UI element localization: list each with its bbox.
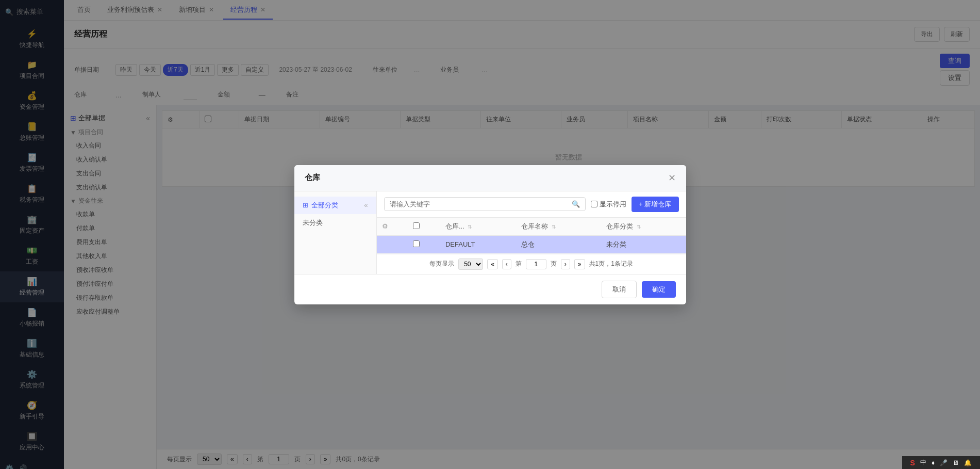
- modal-th-settings[interactable]: ⚙: [377, 218, 408, 236]
- add-warehouse-button[interactable]: + 新增仓库: [632, 197, 678, 212]
- modal-next-page-btn[interactable]: ›: [561, 259, 570, 269]
- modal-footer: 取消 确定: [294, 274, 686, 304]
- search-icon2: 🔍: [572, 200, 580, 208]
- modal-table-area: ⚙ 仓库... ⇅ 仓库名称: [377, 218, 686, 254]
- show-disabled-label: 显示停用: [600, 200, 626, 209]
- warehouse-modal: 仓库 ✕ ⊞ 全部分类 « 未分类 🔍: [294, 165, 686, 304]
- modal-page-size-label: 每页显示: [429, 260, 454, 268]
- modal-page-size-select[interactable]: 50: [458, 258, 483, 270]
- sort-icon-code: ⇅: [468, 224, 472, 230]
- modal-th-name[interactable]: 仓库名称 ⇅: [516, 218, 601, 236]
- search-input[interactable]: [390, 200, 569, 208]
- taskbar-screen[interactable]: 🖥: [953, 459, 959, 466]
- show-disabled-checkbox-label[interactable]: 显示停用: [591, 200, 626, 209]
- modal-th-code-label: 仓库...: [445, 222, 464, 230]
- table-row[interactable]: DEFAULT 总仓 未分类: [377, 235, 686, 253]
- modal-pagination: 每页显示 50 « ‹ 第 页 › » 共1页，1条记录: [377, 254, 686, 274]
- modal-overlay[interactable]: 仓库 ✕ ⊞ 全部分类 « 未分类 🔍: [0, 0, 980, 469]
- sort-icon-name: ⇅: [552, 224, 556, 230]
- modal-body: ⊞ 全部分类 « 未分类 🔍 显示停用: [294, 191, 686, 274]
- confirm-button[interactable]: 确定: [642, 281, 676, 298]
- modal-table: ⚙ 仓库... ⇅ 仓库名称: [377, 218, 686, 254]
- row-category-cell: 未分类: [601, 235, 686, 253]
- row-checkbox[interactable]: [413, 240, 420, 247]
- show-disabled-checkbox[interactable]: [591, 201, 597, 207]
- modal-header: 仓库 ✕: [294, 165, 686, 191]
- modal-th-category[interactable]: 仓库分类 ⇅: [601, 218, 686, 236]
- modal-left-panel: ⊞ 全部分类 « 未分类: [294, 191, 377, 274]
- modal-left-uncategorized-label: 未分类: [303, 218, 323, 228]
- modal-close-icon[interactable]: ✕: [668, 172, 676, 184]
- taskbar-bell[interactable]: 🔔: [964, 459, 972, 466]
- modal-left-all[interactable]: ⊞ 全部分类 «: [294, 197, 376, 214]
- modal-page-number-input[interactable]: [526, 259, 546, 269]
- taskbar-lang[interactable]: 中: [920, 458, 926, 467]
- modal-prev-page-btn[interactable]: ‹: [502, 259, 511, 269]
- row-checkbox-cell[interactable]: [408, 235, 440, 253]
- search-box: 🔍: [384, 197, 586, 211]
- taskbar-mic[interactable]: 🎤: [940, 459, 948, 466]
- modal-title: 仓库: [305, 173, 320, 183]
- modal-right-panel: 🔍 显示停用 + 新增仓库 ⚙: [377, 191, 686, 274]
- modal-th-name-label: 仓库名称: [521, 222, 548, 230]
- modal-toolbar: 🔍 显示停用 + 新增仓库: [377, 191, 686, 218]
- row-code-cell: DEFAULT: [440, 235, 516, 253]
- taskbar-dot: ♦: [932, 459, 935, 466]
- cancel-button[interactable]: 取消: [602, 281, 637, 298]
- modal-first-page-btn[interactable]: «: [487, 259, 498, 269]
- sort-icon-category: ⇅: [637, 224, 641, 230]
- modal-page-label: 第: [516, 260, 522, 268]
- taskbar-logo: S: [910, 459, 915, 467]
- modal-total-info: 共1页，1条记录: [589, 260, 633, 268]
- row-settings-cell: [377, 235, 408, 253]
- modal-select-all-checkbox[interactable]: [413, 222, 420, 229]
- row-name-cell: 总仓: [516, 235, 601, 253]
- modal-th-checkbox[interactable]: [408, 218, 440, 236]
- modal-th-code[interactable]: 仓库... ⇅: [440, 218, 516, 236]
- modal-collapse-icon[interactable]: «: [364, 201, 368, 209]
- modal-left-all-label: 全部分类: [311, 201, 338, 210]
- grid-icon2: ⊞: [303, 201, 308, 209]
- modal-th-category-label: 仓库分类: [606, 222, 633, 230]
- modal-left-uncategorized[interactable]: 未分类: [294, 214, 376, 232]
- modal-settings-icon[interactable]: ⚙: [382, 222, 388, 230]
- taskbar-bottom: S 中 ♦ 🎤 🖥 🔔: [902, 456, 980, 469]
- modal-page-suffix: 页: [551, 260, 557, 268]
- modal-last-page-btn[interactable]: »: [574, 259, 585, 269]
